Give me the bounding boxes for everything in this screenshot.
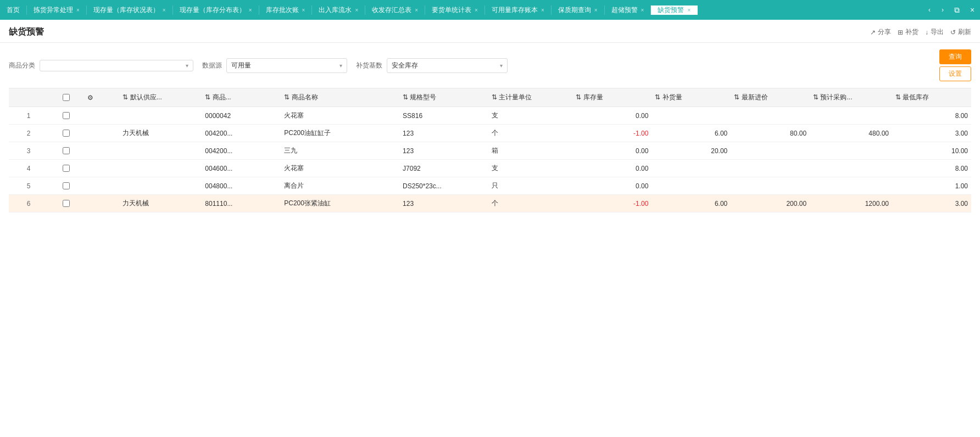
row-checkbox[interactable] — [63, 165, 70, 172]
tab-restore-btn[interactable]: ⧉ — [949, 5, 965, 15]
header-actions: ↗ 分享 ⊞ 补货 ↓ 导出 ↺ 刷新 — [870, 27, 971, 37]
cell-checkbox[interactable] — [48, 142, 84, 160]
replenish-base-select[interactable]: 安全库存 ▾ — [387, 58, 508, 73]
tab-nav-prev[interactable]: ‹ — [923, 6, 936, 14]
cell-name: 离合片 — [281, 177, 399, 195]
cell-stock: 0.00 — [572, 107, 652, 125]
export-action[interactable]: ↓ 导出 — [925, 27, 944, 37]
th-spec[interactable]: ⇅ 规格型号 — [399, 88, 488, 107]
th-price[interactable]: ⇅ 最新进价 — [731, 88, 810, 107]
tab-close-inventory-dist[interactable]: × — [249, 7, 252, 13]
tab-close-expiry-query[interactable]: × — [594, 7, 598, 13]
tab-close-order-stats[interactable]: × — [475, 7, 478, 13]
query-button[interactable]: 查询 — [939, 49, 971, 64]
cell-checkbox[interactable] — [48, 107, 84, 125]
cell-gear — [84, 160, 120, 177]
cell-unit: 支 — [488, 160, 573, 177]
tab-home[interactable]: 首页 — [0, 5, 27, 15]
settings-button[interactable]: 设置 — [939, 66, 971, 81]
tab-label-collect-summary: 收发存汇总表 — [372, 5, 411, 15]
cell-unit: 支 — [488, 107, 573, 125]
tab-inventory-dist[interactable]: 现存量（库存分布表）× — [173, 5, 259, 15]
tab-close-inventory-status[interactable]: × — [163, 7, 166, 13]
tab-inout-flow[interactable]: 出入库流水× — [312, 5, 365, 15]
th-code[interactable]: ⇅ 商品... — [202, 88, 281, 107]
tab-available-ledger[interactable]: 可用量库存账本× — [485, 5, 552, 15]
tab-collect-summary[interactable]: 收发存汇总表× — [365, 5, 425, 15]
row-checkbox[interactable] — [63, 200, 70, 207]
refresh-action[interactable]: ↺ 刷新 — [950, 27, 971, 37]
th-minstock[interactable]: ⇅ 最低库存 — [892, 88, 971, 107]
tab-abnormal[interactable]: 拣货异常处理× — [27, 5, 87, 15]
tab-expiry-query[interactable]: 保质期查询× — [552, 5, 605, 15]
cell-supplier — [119, 177, 202, 195]
th-replenish[interactable]: ⇅ 补货量 — [652, 88, 731, 107]
tab-label-available-ledger: 可用量库存账本 — [492, 5, 538, 15]
th-minstock-label: ⇅ 最低库存 — [895, 93, 929, 102]
tab-label-inventory-status: 现存量（库存状况表） — [93, 5, 159, 15]
table-row: 5 004800... 离合片 DS250*23c... 只 0.00 1.00 — [9, 177, 971, 195]
table-container: ⚙ ⇅ 默认供应... ⇅ 商品... ⇅ 商品名称 — [0, 88, 980, 212]
category-dropdown-icon: ▾ — [186, 63, 188, 69]
cell-minstock: 1.00 — [892, 177, 971, 195]
cell-checkbox[interactable] — [48, 160, 84, 177]
th-replenish-label: ⇅ 补货量 — [655, 93, 682, 102]
select-all-checkbox[interactable] — [63, 94, 70, 101]
replenish-label: 补货 — [905, 27, 918, 37]
tab-nav-next[interactable]: › — [936, 6, 949, 14]
cell-code: 004200... — [202, 125, 281, 142]
refresh-label: 刷新 — [958, 27, 971, 37]
tab-inventory-status[interactable]: 现存量（库存状况表）× — [87, 5, 173, 15]
datasource-select[interactable]: 可用量 ▾ — [226, 58, 347, 73]
replenish-base-filter-group: 补货基数 安全库存 ▾ — [356, 58, 508, 73]
cell-name: 火花塞 — [281, 107, 399, 125]
filter-area: 商品分类 ▾ 数据源 可用量 ▾ 补货基数 安全库存 ▾ 查询 设置 — [0, 43, 980, 88]
tab-batch-account[interactable]: 库存批次账× — [259, 5, 313, 15]
cell-index: 2 — [9, 125, 48, 142]
cell-replenish: 20.00 — [652, 142, 731, 160]
cell-unit: 只 — [488, 177, 573, 195]
tab-close-available-ledger[interactable]: × — [541, 7, 544, 13]
row-checkbox[interactable] — [63, 182, 70, 189]
th-purchase[interactable]: ⇅ 预计采购... — [810, 88, 892, 107]
tab-label-inout-flow: 出入库流水 — [319, 5, 352, 15]
tab-bar-actions: ‹ › ⧉ × — [923, 5, 980, 15]
cell-checkbox[interactable] — [48, 125, 84, 142]
cell-purchase — [810, 142, 892, 160]
cell-gear — [84, 125, 120, 142]
cell-checkbox[interactable] — [48, 195, 84, 212]
category-select[interactable]: ▾ — [40, 60, 193, 71]
tab-overstock[interactable]: 超储预警× — [605, 5, 652, 15]
tab-shortage[interactable]: 缺货预警× — [651, 5, 698, 15]
row-checkbox[interactable] — [63, 147, 70, 154]
tab-close-inout-flow[interactable]: × — [355, 7, 358, 13]
cell-replenish — [652, 160, 731, 177]
tab-close-overstock[interactable]: × — [641, 7, 644, 13]
row-checkbox[interactable] — [63, 130, 70, 137]
tab-close-batch-account[interactable]: × — [302, 7, 305, 13]
tab-close-abnormal[interactable]: × — [76, 7, 80, 13]
th-name[interactable]: ⇅ 商品名称 — [281, 88, 399, 107]
cell-replenish — [652, 177, 731, 195]
tab-order-stats[interactable]: 要货单统计表× — [425, 5, 485, 15]
table-row: 4 004600... 火花塞 J7092 支 0.00 8.00 — [9, 160, 971, 177]
tab-close-collect-summary[interactable]: × — [415, 7, 418, 13]
cell-gear — [84, 107, 120, 125]
cell-checkbox[interactable] — [48, 177, 84, 195]
tab-close-shortage[interactable]: × — [687, 7, 691, 13]
th-gear[interactable]: ⚙ — [84, 88, 120, 107]
th-stock[interactable]: ⇅ 库存量 — [572, 88, 652, 107]
datasource-label: 数据源 — [202, 61, 222, 70]
cell-code: 004600... — [202, 160, 281, 177]
tab-close-btn[interactable]: × — [965, 5, 980, 14]
th-unit[interactable]: ⇅ 主计量单位 — [488, 88, 573, 107]
cell-code: 004200... — [202, 142, 281, 160]
replenish-action[interactable]: ⊞ 补货 — [898, 27, 918, 37]
data-table: ⚙ ⇅ 默认供应... ⇅ 商品... ⇅ 商品名称 — [9, 88, 971, 212]
cell-stock: 0.00 — [572, 142, 652, 160]
cell-replenish: 6.00 — [652, 195, 731, 212]
th-supplier[interactable]: ⇅ 默认供应... — [119, 88, 202, 107]
share-action[interactable]: ↗ 分享 — [870, 27, 891, 37]
cell-unit: 个 — [488, 195, 573, 212]
row-checkbox[interactable] — [63, 112, 70, 119]
